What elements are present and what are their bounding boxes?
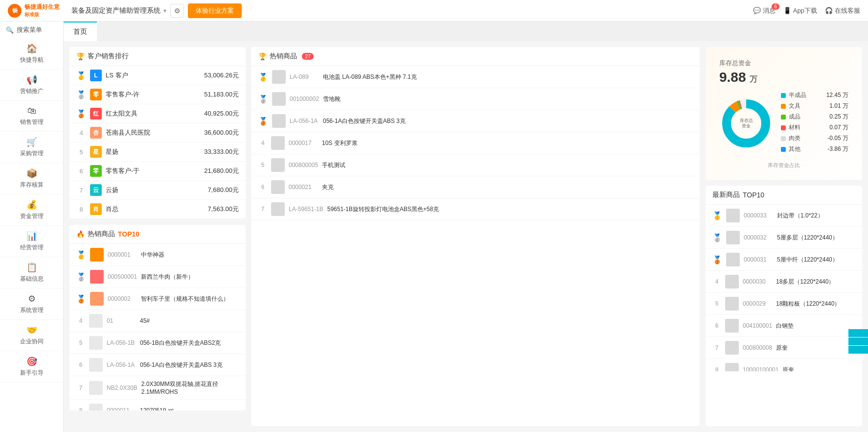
sidebar-item-inventory[interactable]: 📦 库存核算 xyxy=(0,163,63,194)
svg-text:资金: 资金 xyxy=(742,123,751,128)
rank-number: 6 xyxy=(76,168,86,175)
float-btn-live[interactable]: 直播 xyxy=(848,346,868,354)
customer-rank-item: 6 零 零售客户-于 21,680.00元 xyxy=(69,162,246,181)
tab-home[interactable]: 首页 xyxy=(64,22,97,41)
customer-rank-item: 🥇 L LS 客户 53,006.26元 xyxy=(69,66,246,85)
new-goods-item: 8 10000100001 原奎 xyxy=(706,359,862,371)
customer-rank-header: 🏆 客户销售排行 xyxy=(69,47,246,66)
product-thumbnail xyxy=(89,336,103,350)
product-thumbnail xyxy=(89,404,103,410)
sidebar-item-system[interactable]: ⚙ 系统管理 xyxy=(0,288,63,320)
sidebar-item-quicknav[interactable]: 🏠 快捷导航 xyxy=(0,38,63,70)
medal-silver-icon: 🥈 xyxy=(76,90,86,99)
sidebar-item-finance[interactable]: 💰 资金管理 xyxy=(0,194,63,226)
customer-rank-item: 🥉 红 红太阳文具 40,925.00元 xyxy=(69,104,246,123)
topbar-right: 💬 消息 6 📱 App下载 🎧 在线客服 xyxy=(753,6,860,15)
svg-text:库存总: 库存总 xyxy=(740,118,753,123)
product-thumbnail xyxy=(725,275,739,288)
online-service-button[interactable]: 🎧 在线客服 xyxy=(825,6,860,15)
medal-icon: 🥉 xyxy=(76,294,86,304)
rank-number: 5 xyxy=(76,339,85,346)
medal-bronze-icon: 🥉 xyxy=(76,109,86,119)
medal-icon: 🥉 xyxy=(258,117,268,126)
product-thumbnail xyxy=(89,314,103,328)
product-thumbnail xyxy=(90,248,104,262)
product-thumbnail xyxy=(271,136,285,150)
sidebar-item-collab[interactable]: 🤝 企业协同 xyxy=(0,320,63,351)
message-icon: 💬 xyxy=(753,7,761,14)
product-thumbnail xyxy=(271,202,285,216)
new-goods-item: 🥉 0000031 5厘中纤（1220*2440） xyxy=(706,249,862,271)
legend-item: 材料 0.07 万 xyxy=(781,123,848,132)
headset-icon: 🎧 xyxy=(825,7,833,14)
product-thumbnail xyxy=(272,70,286,84)
donut-chart: 库存总 资金 xyxy=(719,96,773,150)
rank-number: 6 xyxy=(712,322,721,329)
goods-rank-item: 7 LA-59651-1B 59651-1B旋转投影灯电池盒ABS黑色+58克 xyxy=(251,198,700,220)
goods-rank-item: 4 0000017 10S 变利罗浆 xyxy=(251,132,700,154)
rank-number: 4 xyxy=(712,278,721,285)
topbar: 畅 畅捷通好生意 标准版 装备及固定资产辅助管理系统 ▾ ⚙ 体验行业方案 💬 … xyxy=(0,0,868,22)
product-thumbnail xyxy=(89,381,103,395)
medal-icon: 🥇 xyxy=(712,211,722,220)
dropdown-arrow-icon[interactable]: ▾ xyxy=(163,7,166,14)
page-content: 🏆 客户销售排行 🥇 L LS 客户 53,006.26元 xyxy=(64,41,868,432)
sidebar-item-purchase[interactable]: 🛒 采购管理 xyxy=(0,132,63,163)
medal-icon: 🥈 xyxy=(712,233,722,242)
product-item: 8 0000011 12070519-xs xyxy=(69,400,246,410)
hot-goods-list: 🥇 LA-089 电池盖 LA-089 ABS本色+黑种 7.1克 🥈 0010… xyxy=(251,66,700,220)
search-menu[interactable]: 🔍 搜索菜单 xyxy=(0,22,63,38)
customer-avatar: 云 xyxy=(90,184,102,196)
float-btn-service[interactable]: 客服热线 xyxy=(848,329,868,337)
rank-number: 6 xyxy=(76,361,85,368)
product-thumbnail xyxy=(90,270,104,284)
system-icon: ⚙ xyxy=(28,293,36,304)
product-thumbnail xyxy=(725,363,739,371)
gear-button[interactable]: ⚙ xyxy=(170,4,184,18)
middle-column: 🏆 热销商品 27 🥇 LA-089 电池盖 LA-089 ABS本色+黑种 7… xyxy=(251,47,700,426)
sidebar: 🔍 搜索菜单 🏠 快捷导航 📢 营销推广 🛍 销售管理 🛒 采购管理 📦 库存核… xyxy=(0,22,64,432)
operations-icon: 📊 xyxy=(26,231,37,241)
hot-goods-title: 🏆 热销商品 27 xyxy=(258,52,314,61)
sidebar-item-operations[interactable]: 📊 经营管理 xyxy=(0,226,63,257)
app-logo: 畅 畅捷通好生意 标准版 xyxy=(8,3,71,18)
legend-dot xyxy=(781,136,786,141)
customer-avatar: 肖 xyxy=(90,203,102,215)
flame-icon: 🔥 xyxy=(76,230,85,238)
trophy-icon: 🏆 xyxy=(76,52,85,60)
collab-icon: 🤝 xyxy=(26,325,37,336)
app-download-button[interactable]: 📱 App下载 xyxy=(783,6,817,15)
customer-rank-item: 4 杏 苍南县人民医院 36,600.00元 xyxy=(69,123,246,143)
customer-avatar: L xyxy=(90,70,102,81)
new-goods-item: 🥈 0000032 5厘多层（1220*2440） xyxy=(706,227,862,249)
inventory-header: 库存总资金 9.88 万 xyxy=(712,54,855,85)
phone-icon: 📱 xyxy=(783,7,791,14)
product-thumbnail xyxy=(271,158,285,172)
message-button[interactable]: 💬 消息 6 xyxy=(753,6,776,15)
product-item: 7 NB2.0X30B 2.0X30MM双搓花轴,搓花直径2.1MM/ROHS xyxy=(69,376,246,400)
nav-tabs: 首页 xyxy=(64,22,868,41)
product-item: 5 LA-056-1B 056-1B白色按键开关盒ABS2克 xyxy=(69,332,246,354)
rank-number: 7 xyxy=(712,344,721,351)
medal-icon: 🥈 xyxy=(76,272,86,282)
trial-button[interactable]: 体验行业方案 xyxy=(188,3,242,18)
product-thumbnail xyxy=(272,114,286,128)
goods-rank-item: 🥉 LA-056-1A 056-1A白色按键开关盖ABS 3克 xyxy=(251,110,700,132)
sidebar-item-guide[interactable]: 🎯 新手引导 xyxy=(0,351,63,383)
product-thumbnail xyxy=(726,231,740,244)
inventory-chart-section: 库存总 资金 半成品 12.45 万 文具 xyxy=(712,85,855,162)
app-version: 标准版 xyxy=(24,11,60,18)
inventory-card: 库存总资金 9.88 万 xyxy=(706,47,862,180)
goods-rank-item: 🥇 LA-089 电池盖 LA-089 ABS本色+黑种 7.1克 xyxy=(251,66,700,88)
new-goods-title: 最新商品 TOP10 xyxy=(712,191,764,199)
sidebar-item-marketing[interactable]: 📢 营销推广 xyxy=(0,70,63,101)
sidebar-item-basic[interactable]: 📋 基础信息 xyxy=(0,257,63,288)
legend-dot xyxy=(781,104,786,109)
inventory-icon: 📦 xyxy=(26,168,37,179)
float-btn-community[interactable]: 服务社区 xyxy=(848,337,868,345)
left-column: 🏆 客户销售排行 🥇 L LS 客户 53,006.26元 xyxy=(69,47,246,426)
sidebar-item-sales[interactable]: 🛍 销售管理 xyxy=(0,101,63,132)
product-thumbnail xyxy=(90,292,104,306)
product-thumbnail xyxy=(726,253,740,266)
legend-item: 肉类 -0.05 万 xyxy=(781,134,848,143)
